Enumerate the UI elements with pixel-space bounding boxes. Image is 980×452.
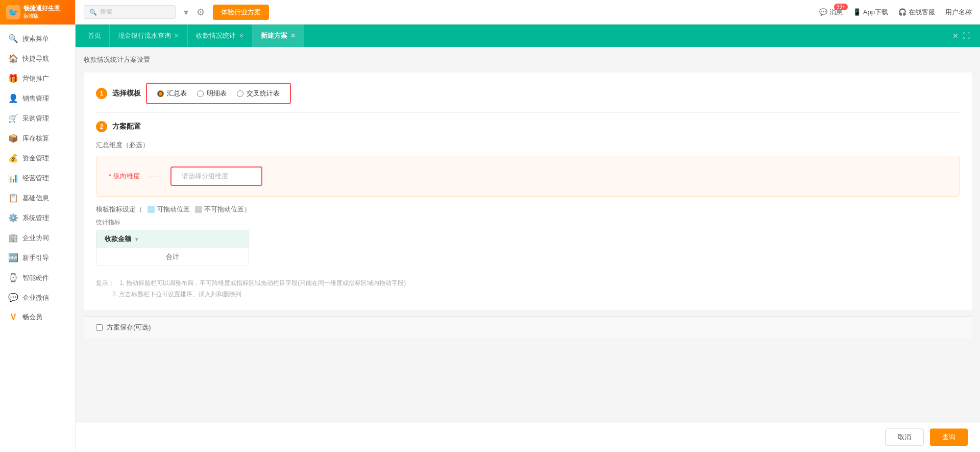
step1-badge: 1 <box>96 88 107 99</box>
sidebar-item-search[interactable]: 🔍 搜索菜单 <box>0 29 75 49</box>
sidebar-item-operations[interactable]: 📊 经营管理 <box>0 168 75 188</box>
vertical-dim-label: * 纵向维度 <box>109 172 140 181</box>
radio-detail-label: 明细表 <box>207 89 227 98</box>
sidebar-item-hardware[interactable]: ⌚ 智能硬件 <box>0 268 75 288</box>
step2-header: 2 方案配置 <box>96 121 960 132</box>
sidebar-item-system[interactable]: ⚙️ 系统管理 <box>0 208 75 228</box>
tab-new-plan[interactable]: 新建方案 ✕ <box>253 25 304 47</box>
metrics-dropdown-icon[interactable]: ▾ <box>135 236 138 242</box>
sidebar: 🐦 畅捷通好生意 标准版 🔍 搜索菜单 🏠 快捷导航 🎁 营销推广 👤 销售管理… <box>0 0 76 452</box>
sidebar-item-label: 快捷导航 <box>22 54 49 63</box>
radio-detail-input[interactable] <box>197 90 204 97</box>
sidebar-item-marketing[interactable]: 🎁 营销推广 <box>0 68 75 88</box>
search-box[interactable]: 🔍 搜索 <box>84 5 176 19</box>
sidebar-item-guide[interactable]: 🆕 新手引导 <box>0 248 75 268</box>
tab-bank-flow-close[interactable]: ✕ <box>174 32 179 39</box>
step2-label: 方案配置 <box>112 122 141 131</box>
window-close-btn[interactable]: ✕ <box>952 32 959 40</box>
tip1: 1. 拖动标题栏可以调整布局，不可跨维度或指标区域拖动栏目字段(只能在同一维度或… <box>119 279 406 287</box>
sidebar-nav: 🔍 搜索菜单 🏠 快捷导航 🎁 营销推广 👤 销售管理 🛒 采购管理 📦 库存核… <box>0 25 75 452</box>
draggable-legend-label: 可拖动位置 <box>157 205 190 214</box>
tips-title: 提示： 1. 拖动标题栏可以调整布局，不可跨维度或指标区域拖动栏目字段(只能在同… <box>96 278 960 289</box>
member-icon: V <box>8 313 18 322</box>
sidebar-item-sales[interactable]: 👤 销售管理 <box>0 88 75 108</box>
save-checkbox[interactable] <box>96 324 103 331</box>
sidebar-item-label: 系统管理 <box>22 213 49 223</box>
sidebar-item-inventory[interactable]: 📦 库存核算 <box>0 128 75 148</box>
sidebar-logo: 🐦 畅捷通好生意 标准版 <box>0 0 75 25</box>
sidebar-item-wechat[interactable]: 💬 企业微信 <box>0 288 75 307</box>
fixed-legend-label: 不可拖动位置） <box>204 205 251 214</box>
sidebar-item-enterprise[interactable]: 🏢 企业协同 <box>0 228 75 248</box>
search-menu-icon: 🔍 <box>8 34 18 43</box>
home-icon: 🏠 <box>8 54 18 63</box>
radio-summary-input[interactable] <box>157 90 164 97</box>
service-icon: 🎧 <box>898 8 906 16</box>
tab-bank-flow-label: 现金银行流水查询 <box>118 31 171 40</box>
tab-receivable-close[interactable]: ✕ <box>239 32 244 39</box>
radio-cross[interactable]: 交叉统计表 <box>237 89 280 98</box>
metrics-section-label: 统计指标 <box>96 218 249 227</box>
logo-text: 畅捷通好生意 <box>23 5 60 13</box>
arrow-icon: —— <box>148 172 162 180</box>
radio-summary[interactable]: 汇总表 <box>157 89 187 98</box>
inventory-icon: 📦 <box>8 133 18 143</box>
marketing-icon: 🎁 <box>8 74 18 83</box>
tab-new-plan-close[interactable]: ✕ <box>290 32 296 39</box>
message-icon: 💬 <box>819 8 827 16</box>
metrics-header-text: 收款金额 <box>105 234 131 244</box>
dimension-placeholder: 请选择分组维度 <box>182 172 228 180</box>
dimension-row: * 纵向维度 —— 请选择分组维度 <box>109 166 947 186</box>
window-maximize-btn[interactable]: ⛶ <box>963 32 970 40</box>
sidebar-item-label: 营销推广 <box>22 74 49 83</box>
sidebar-item-label: 经营管理 <box>22 174 49 183</box>
sidebar-item-purchase[interactable]: 🛒 采购管理 <box>0 108 75 128</box>
sidebar-item-label: 搜索菜单 <box>22 34 49 43</box>
dimension-select[interactable]: 请选择分组维度 <box>170 166 262 186</box>
metrics-config: 模板指标设定（ 可拖动位置 不可拖动位置） <box>96 205 960 268</box>
sidebar-item-quicknav[interactable]: 🏠 快捷导航 <box>0 49 75 68</box>
tab-new-plan-label: 新建方案 <box>261 31 287 40</box>
message-badge: 99+ <box>834 4 848 10</box>
sidebar-item-label: 基础信息 <box>22 194 49 203</box>
sidebar-item-label: 库存核算 <box>22 134 49 143</box>
tab-bank-flow[interactable]: 现金银行流水查询 ✕ <box>110 25 188 47</box>
summary-dim-title: 汇总维度（必选） <box>96 140 960 150</box>
service-label: 在线客服 <box>909 8 935 17</box>
industry-btn[interactable]: 体验行业方案 <box>213 5 269 20</box>
tab-home[interactable]: 首页 <box>80 25 110 47</box>
step1-label: 选择模板 <box>112 89 141 98</box>
download-action[interactable]: 📱 App下载 <box>853 8 888 17</box>
sidebar-item-label: 智能硬件 <box>22 273 49 282</box>
save-label: 方案保存(可选) <box>107 323 151 332</box>
sidebar-item-finance[interactable]: 💰 资金管理 <box>0 148 75 168</box>
sidebar-item-label: 销售管理 <box>22 94 49 103</box>
topbar: 🔍 搜索 ▾ ⚙ 体验行业方案 💬 消息 99+ 📱 App下载 🎧 在线客服 … <box>76 0 980 25</box>
content-area: 收款情况统计方案设置 1 选择模板 汇总表 明细表 <box>76 47 980 422</box>
download-label: App下载 <box>863 8 888 17</box>
sidebar-item-basic[interactable]: 📋 基础信息 <box>0 188 75 208</box>
query-button[interactable]: 查询 <box>930 429 968 446</box>
tip2: 2. 点击标题栏下拉可设置排序、插入列和删除列 <box>96 289 960 300</box>
sidebar-item-member[interactable]: V 畅会员 <box>0 307 75 327</box>
search-placeholder: 搜索 <box>100 8 112 16</box>
wechat-icon: 💬 <box>8 293 18 302</box>
cancel-button[interactable]: 取消 <box>885 429 924 446</box>
main-area: 🔍 搜索 ▾ ⚙ 体验行业方案 💬 消息 99+ 📱 App下载 🎧 在线客服 … <box>76 0 980 452</box>
fixed-legend-dot <box>195 206 202 213</box>
metrics-table-row: 合计 <box>96 248 249 266</box>
tips-section: 提示： 1. 拖动标题栏可以调整布局，不可跨维度或指标区域拖动栏目字段(只能在同… <box>96 278 960 300</box>
metrics-table: 收款金额 ▾ 合计 <box>96 230 249 266</box>
sidebar-item-label: 新手引导 <box>22 253 49 263</box>
dropdown-icon[interactable]: ▾ <box>184 7 188 18</box>
tab-receivable[interactable]: 收款情况统计 ✕ <box>188 25 253 47</box>
message-action[interactable]: 💬 消息 99+ <box>819 8 843 17</box>
radio-cross-input[interactable] <box>237 90 243 97</box>
gear-icon[interactable]: ⚙ <box>197 7 205 18</box>
metrics-table-header[interactable]: 收款金额 ▾ <box>96 230 249 248</box>
radio-detail[interactable]: 明细表 <box>197 89 227 98</box>
enterprise-icon: 🏢 <box>8 233 18 243</box>
basic-icon: 📋 <box>8 193 18 203</box>
service-action[interactable]: 🎧 在线客服 <box>898 8 935 17</box>
radio-cross-label: 交叉统计表 <box>247 89 280 98</box>
